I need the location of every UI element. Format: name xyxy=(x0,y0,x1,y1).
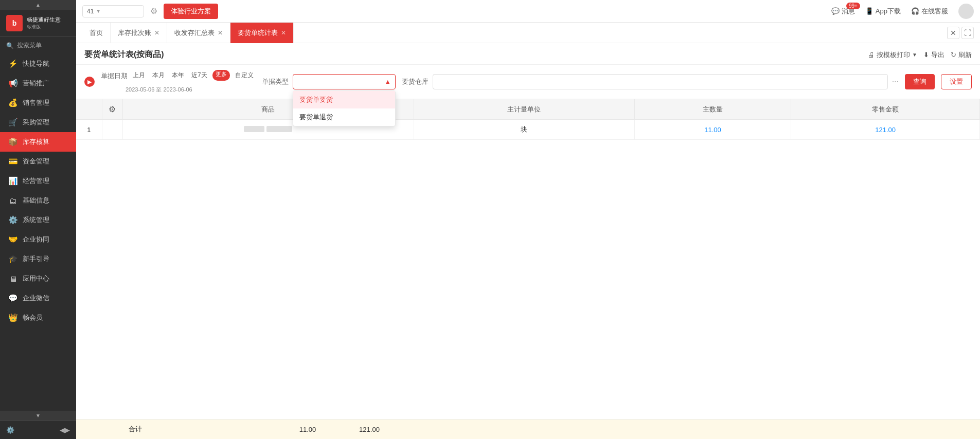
footer-quantity: 11.00 xyxy=(277,426,338,433)
tab-home[interactable]: 首页 xyxy=(82,23,111,43)
page-content: 要货单统计表(按商品) 🖨 按模板打印 ▼ ⬇ 导出 ↻ 刷新 ▶ xyxy=(76,43,980,439)
sidebar-scroll-up[interactable]: ▲ xyxy=(0,0,76,10)
sidebar-item-label: 企业微信 xyxy=(23,294,49,303)
system-icon: ⚙️ xyxy=(8,215,17,225)
sidebar-item-label: 库存核算 xyxy=(23,137,49,147)
sidebar-item-inventory[interactable]: 📦 库存核算 xyxy=(0,132,76,152)
sidebar-item-enterprise[interactable]: 🤝 企业协同 xyxy=(0,230,76,249)
doc-type-option-yh-label: 要货单要货 xyxy=(299,96,333,103)
sidebar-item-wechat[interactable]: 💬 企业微信 xyxy=(0,288,76,308)
tab-inventory-batch[interactable]: 库存批次账 ✕ xyxy=(111,23,167,43)
export-btn[interactable]: ⬇ 导出 xyxy=(923,50,945,60)
footer-total-label: 合计 xyxy=(122,425,225,434)
maximize-btn[interactable]: ⛶ xyxy=(961,27,974,39)
logo-subtitle: 标准版 xyxy=(27,24,61,30)
sidebar-item-finance[interactable]: 💳 资金管理 xyxy=(0,152,76,171)
close-all-tabs-btn[interactable]: ✕ xyxy=(947,27,959,39)
app-download-btn[interactable]: 📱 App下载 xyxy=(865,7,901,16)
online-service-btn[interactable]: 🎧 在线客服 xyxy=(911,7,948,16)
doc-type-dropdown[interactable]: ▲ xyxy=(293,74,396,89)
sidebar-item-sales[interactable]: 💰 销售管理 xyxy=(0,93,76,113)
doc-type-option-yh[interactable]: 要货单要货 xyxy=(293,91,395,108)
print-label: 按模板打印 xyxy=(877,50,910,60)
sidebar-item-quick-nav[interactable]: ⚡ 快捷导航 xyxy=(0,54,76,74)
sidebar-item-label: 采购管理 xyxy=(23,118,49,127)
table-body: 1 块 11.00 121.00 xyxy=(76,120,980,140)
trial-button[interactable]: 体验行业方案 xyxy=(164,4,218,19)
col-gear[interactable]: ⚙ xyxy=(102,99,122,120)
sidebar-item-system[interactable]: ⚙️ 系统管理 xyxy=(0,210,76,230)
settings-button[interactable]: 设置 xyxy=(941,74,972,89)
sidebar-scroll-down[interactable]: ▼ xyxy=(0,411,76,420)
date-buttons: 上月 本月 本年 近7天 更多 自定义 xyxy=(131,70,256,81)
tab-receive-summary-close[interactable]: ✕ xyxy=(218,29,223,36)
topbar-gear-icon[interactable]: ⚙ xyxy=(150,6,157,16)
quick-nav-icon: ⚡ xyxy=(8,59,17,68)
date-filter-group: 单据日期 上月 本月 本年 近7天 更多 自定义 2023-05-06 至 20… xyxy=(101,70,256,94)
quantity-link[interactable]: 11.00 xyxy=(704,126,721,134)
refresh-label: 刷新 xyxy=(958,50,972,60)
page-title: 要货单统计表(按商品) xyxy=(84,49,164,60)
tabs-actions: ✕ ⛶ xyxy=(947,27,974,39)
branch-selector[interactable]: 41 ▼ xyxy=(82,5,144,17)
doc-type-chevron-icon[interactable]: ▲ xyxy=(385,78,391,85)
col-quantity: 主数量 xyxy=(634,99,791,120)
finance-icon: 💳 xyxy=(8,157,17,166)
sidebar-item-label: 基础信息 xyxy=(23,196,49,205)
purchase-icon: 🛒 xyxy=(8,118,17,127)
search-icon: 🔍 xyxy=(6,42,14,49)
search-menu[interactable]: 🔍 搜索菜单 xyxy=(0,37,76,54)
sidebar-item-newbie[interactable]: 🎓 新手引导 xyxy=(0,249,76,269)
doc-type-input[interactable] xyxy=(297,78,385,86)
tab-inventory-batch-label: 库存批次账 xyxy=(118,28,151,38)
sidebar-item-app[interactable]: 🖥 应用中心 xyxy=(0,269,76,288)
tab-requisition-stats-close[interactable]: ✕ xyxy=(281,29,286,36)
amount-link[interactable]: 121.00 xyxy=(875,126,896,134)
doc-type-option-th[interactable]: 要货单退货 xyxy=(293,108,395,126)
col-unit: 主计量单位 xyxy=(414,99,635,120)
warehouse-label: 要货仓库 xyxy=(402,77,429,86)
app-download-label: App下载 xyxy=(876,7,901,16)
messages-badge: 99+ xyxy=(846,3,860,9)
more-btn[interactable]: 更多 xyxy=(212,70,230,81)
sidebar-item-label: 企业协同 xyxy=(23,235,49,244)
warehouse-more-icon[interactable]: ··· xyxy=(892,77,899,86)
sidebar-collapse-btn[interactable]: ◀▶ xyxy=(60,426,70,434)
custom-btn[interactable]: 自定义 xyxy=(233,70,256,81)
print-btn[interactable]: 🖨 按模板打印 ▼ xyxy=(868,50,917,60)
tab-requisition-stats[interactable]: 要货单统计表 ✕ xyxy=(230,23,294,43)
last-7days-btn[interactable]: 近7天 xyxy=(189,70,209,81)
sidebar-item-basic[interactable]: 🗂 基础信息 xyxy=(0,191,76,210)
warehouse-input[interactable] xyxy=(433,74,888,89)
doc-type-menu: 要货单要货 要货单退货 xyxy=(293,90,396,126)
settings-icon[interactable]: ⚙️ xyxy=(6,426,14,434)
refresh-btn[interactable]: ↻ 刷新 xyxy=(951,50,972,60)
print-chevron-icon: ▼ xyxy=(912,52,917,58)
last-month-btn[interactable]: 上月 xyxy=(131,70,147,81)
branch-value: 41 xyxy=(87,8,94,15)
messages-btn[interactable]: 💬 消息 99+ xyxy=(831,7,855,16)
page-actions: 🖨 按模板打印 ▼ ⬇ 导出 ↻ 刷新 xyxy=(868,50,972,60)
this-month-btn[interactable]: 本月 xyxy=(150,70,167,81)
search-label: 搜索菜单 xyxy=(17,41,42,50)
col-amount: 零售金额 xyxy=(791,99,980,120)
query-button[interactable]: 查询 xyxy=(905,74,935,89)
tab-receive-summary[interactable]: 收发存汇总表 ✕ xyxy=(167,23,230,43)
user-avatar[interactable] xyxy=(958,4,974,19)
doc-type-filter-group: 单据类型 ▲ 要货单要货 要货单退货 xyxy=(262,74,396,89)
tab-inventory-batch-close[interactable]: ✕ xyxy=(154,29,159,36)
sidebar-item-operation[interactable]: 📊 经营管理 xyxy=(0,171,76,191)
warehouse-filter-group: 要货仓库 ··· xyxy=(402,74,899,89)
filter-expand-btn[interactable]: ▶ xyxy=(84,77,95,87)
cell-unit: 块 xyxy=(414,120,635,140)
doc-type-dropdown-wrapper: ▲ 要货单要货 要货单退货 xyxy=(293,74,396,89)
sidebar-item-label: 经营管理 xyxy=(23,176,49,186)
branch-chevron-icon: ▼ xyxy=(96,8,101,14)
topbar-right: 💬 消息 99+ 📱 App下载 🎧 在线客服 xyxy=(831,4,974,19)
cell-index: 1 xyxy=(76,120,102,140)
this-year-btn[interactable]: 本年 xyxy=(170,70,186,81)
sidebar-item-member[interactable]: 👑 畅会员 xyxy=(0,308,76,327)
sidebar-item-purchase[interactable]: 🛒 采购管理 xyxy=(0,113,76,132)
message-icon: 💬 xyxy=(831,7,840,15)
sidebar-item-marketing[interactable]: 📢 营销推广 xyxy=(0,74,76,93)
